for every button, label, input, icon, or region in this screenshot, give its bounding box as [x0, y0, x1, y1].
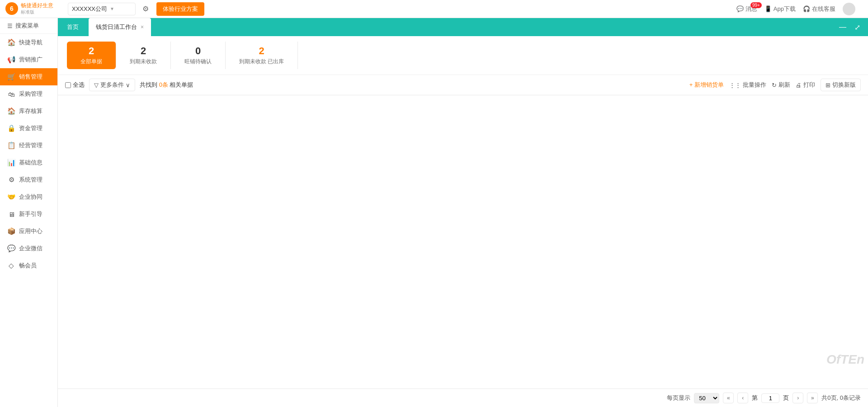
sidebar-item-appcenter[interactable]: 📦应用中心: [0, 223, 57, 240]
table-area: OfTEn: [58, 95, 868, 388]
stat-card-2[interactable]: 0旺铺待确认: [171, 42, 226, 69]
marketing-label: 营销推广: [19, 56, 42, 64]
sidebar-item-quick-nav[interactable]: 🏠快捷导航: [0, 34, 57, 51]
message-icon: 💬: [736, 5, 744, 12]
sidebar-item-wechat[interactable]: 💬企业微信: [0, 240, 57, 257]
prev-page-button[interactable]: ‹: [737, 393, 748, 403]
company-selector[interactable]: XXXXXX公司 ▼: [68, 3, 136, 15]
inventory-label: 库存核算: [19, 107, 42, 115]
tab-home[interactable]: 首页: [58, 18, 88, 36]
filter-button[interactable]: ▽ 更多条件 ∨: [89, 79, 135, 91]
last-page-button[interactable]: »: [807, 393, 818, 403]
sidebar: ☰ 搜索菜单 🏠快捷导航📢营销推广🛒销售管理🛍采购管理🏠库存核算🔒资金管理📋经营…: [0, 18, 58, 407]
search-icon: ☰: [7, 23, 13, 29]
page-total: 共0页, 0条记录: [821, 394, 861, 402]
basic-icon: 📊: [7, 159, 15, 167]
stat-num-1: 2: [130, 45, 157, 57]
logo-icon: 6: [5, 2, 18, 15]
sidebar-item-operation[interactable]: 📋经营管理: [0, 137, 57, 154]
appcenter-label: 应用中心: [19, 227, 42, 235]
filter-label: 更多条件: [100, 81, 124, 89]
inventory-icon: 🏠: [7, 107, 15, 115]
tab-minimize-button[interactable]: —: [837, 22, 848, 33]
page-suffix: 页: [783, 394, 789, 402]
found-prefix: 共找到: [140, 81, 157, 88]
online-service-label: 在线客服: [812, 5, 835, 13]
per-page-select[interactable]: 50 100 200: [694, 393, 719, 403]
switch-icon: ⊞: [826, 82, 830, 89]
add-order-button[interactable]: + 新增销货单: [689, 81, 724, 89]
guide-label: 新手引导: [19, 210, 42, 218]
operation-icon: 📋: [7, 141, 15, 150]
sidebar-item-basic[interactable]: 📊基础信息: [0, 154, 57, 171]
operation-label: 经营管理: [19, 141, 42, 150]
next-page-button[interactable]: ›: [793, 393, 803, 403]
top-right: 💬 消息 99+ 📱 App下载 🎧 在线客服: [736, 3, 863, 15]
avatar[interactable]: [843, 3, 855, 15]
per-page-label: 每页显示: [667, 394, 690, 402]
stat-num-0: 2: [80, 45, 102, 57]
system-label: 系统管理: [19, 176, 42, 184]
tab-workspace-label: 钱货日清工作台: [96, 23, 137, 31]
batch-button[interactable]: ⋮⋮ 批量操作: [729, 81, 766, 89]
switch-version-button[interactable]: ⊞ 切换新版: [821, 79, 861, 91]
sidebar-item-finance[interactable]: 🔒资金管理: [0, 120, 57, 137]
app-download-button[interactable]: 📱 App下载: [764, 5, 796, 13]
message-button[interactable]: 💬 消息 99+: [736, 5, 757, 13]
batch-icon: ⋮⋮: [729, 82, 741, 89]
stat-num-2: 0: [184, 45, 212, 57]
refresh-button[interactable]: ↻ 刷新: [772, 81, 790, 89]
page-prefix: 第: [752, 394, 758, 402]
first-page-button[interactable]: «: [723, 393, 734, 403]
marketing-icon: 📢: [7, 56, 15, 64]
stats-row: 2全部单据2到期未收款0旺铺待确认2到期未收款 已出库: [58, 36, 868, 75]
stat-card-0[interactable]: 2全部单据: [67, 42, 116, 69]
app-name: 畅捷通好生意: [21, 2, 53, 9]
select-all-checkbox[interactable]: 全选: [65, 81, 85, 89]
layout: ☰ 搜索菜单 🏠快捷导航📢营销推广🛒销售管理🛍采购管理🏠库存核算🔒资金管理📋经营…: [0, 18, 868, 407]
workspace: 2全部单据2到期未收款0旺铺待确认2到期未收款 已出库 全选 ▽ 更多条件 ∨ …: [58, 36, 868, 407]
found-num: 0条: [159, 81, 168, 88]
online-service-button[interactable]: 🎧 在线客服: [803, 5, 835, 13]
quick-nav-icon: 🏠: [7, 38, 15, 47]
sidebar-item-guide[interactable]: 🖥新手引导: [0, 206, 57, 223]
found-text: 共找到 0条 相关单据: [140, 81, 193, 89]
page-number-input[interactable]: [761, 393, 779, 403]
search-menu[interactable]: ☰ 搜索菜单: [0, 18, 57, 34]
select-all-label: 全选: [73, 81, 85, 89]
stat-label-3: 到期未收款 已出库: [239, 58, 284, 65]
print-label: 打印: [803, 81, 815, 89]
sidebar-items: 🏠快捷导航📢营销推广🛒销售管理🛍采购管理🏠库存核算🔒资金管理📋经营管理📊基础信息…: [0, 34, 57, 274]
cooperation-label: 企业协同: [19, 193, 42, 201]
trial-button[interactable]: 体验行业方案: [156, 2, 204, 16]
member-label: 畅会员: [19, 262, 37, 270]
member-icon: ◇: [7, 262, 15, 270]
sidebar-item-purchase[interactable]: 🛍采购管理: [0, 85, 57, 103]
stat-card-1[interactable]: 2到期未收款: [116, 42, 171, 69]
sidebar-item-cooperation[interactable]: 🤝企业协同: [0, 188, 57, 206]
tab-workspace[interactable]: 钱货日清工作台 ×: [89, 18, 151, 36]
sidebar-item-member[interactable]: ◇畅会员: [0, 257, 57, 274]
tab-actions: — ⤢: [837, 22, 868, 33]
switch-label: 切换新版: [832, 81, 856, 89]
tab-close-button[interactable]: ×: [141, 24, 144, 30]
sales-label: 销售管理: [19, 73, 42, 81]
sidebar-item-system[interactable]: ⚙系统管理: [0, 171, 57, 188]
main-content: 首页 钱货日清工作台 × — ⤢ 2全部单据2到期未收款0旺铺待确认2到期未收款…: [58, 18, 868, 407]
print-button[interactable]: 🖨 打印: [796, 81, 815, 89]
quick-nav-label: 快捷导航: [19, 38, 42, 47]
finance-label: 资金管理: [19, 124, 42, 132]
sidebar-item-marketing[interactable]: 📢营销推广: [0, 51, 57, 68]
select-all-input[interactable]: [65, 82, 71, 88]
sidebar-item-sales[interactable]: 🛒销售管理: [0, 68, 57, 85]
stat-card-3[interactable]: 2到期未收款 已出库: [226, 42, 298, 69]
tab-expand-button[interactable]: ⤢: [852, 22, 863, 33]
batch-label: 批量操作: [743, 81, 766, 89]
watermark: OfTEn: [823, 349, 868, 370]
settings-button[interactable]: ⚙: [139, 3, 152, 15]
sidebar-item-inventory[interactable]: 🏠库存核算: [0, 103, 57, 120]
app-download-label: App下载: [774, 5, 796, 13]
sales-icon: 🛒: [7, 73, 15, 81]
tab-bar: 首页 钱货日清工作台 × — ⤢: [58, 18, 868, 36]
wechat-icon: 💬: [7, 244, 15, 253]
